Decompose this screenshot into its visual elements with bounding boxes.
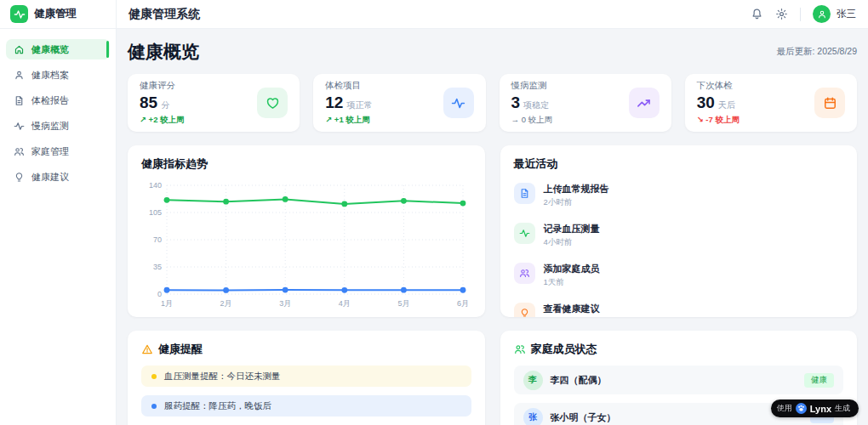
svg-text:4月: 4月 [339,299,351,308]
sidebar-item-label: 体检报告 [31,94,69,107]
stat-card-checkup-items[interactable]: 体检项目 12项正常 ↗ +1 较上周 [313,74,485,132]
reminder-item-medication[interactable]: 服药提醒：降压药，晚饭后 [141,395,471,416]
sidebar-item-advice[interactable]: 健康建议 [6,167,110,187]
app-title: 健康管理系统 [128,7,200,22]
people-icon [14,146,25,157]
topbar-actions: 张三 [751,5,856,23]
stat-unit: 分 [161,99,169,111]
lynx-logo-icon [796,403,807,414]
family-title: 家庭成员状态 [531,342,597,357]
stat-trend: → 0 较上周 [511,115,553,126]
document-icon [14,95,25,106]
pulse-icon [14,121,25,132]
brand-name: 健康管理 [34,7,77,21]
sidebar-item-label: 家庭管理 [31,145,69,158]
topbar-divider [800,8,801,21]
stat-trend: ↗ +2 较上周 [140,115,185,126]
activity-list: 上传血常规报告2小时前 记录血压测量4小时前 添加家庭成员1天前 查看 [514,183,844,317]
avatar [813,5,831,23]
chart-title: 健康指标趋势 [141,156,471,172]
sidebar-item-label: 健康概览 [31,43,69,56]
bulb-icon [514,303,535,317]
sidebar: 健康管理 健康概览 健康档案 体检报告 慢病监测 家庭管理 [0,0,117,425]
document-icon [514,183,535,204]
stat-value: 12 [325,94,343,112]
family-member-row[interactable]: 李 李四（配偶） 健康 [514,366,844,394]
stat-unit: 天后 [718,99,735,111]
svg-text:6月: 6月 [457,299,469,308]
page-title: 健康概览 [128,40,199,64]
gear-icon[interactable] [775,8,788,20]
activity-item[interactable]: 添加家庭成员1天前 [514,263,844,288]
stat-cards: 健康评分 85分 ↗ +2 较上周 体检项目 12项正常 ↗ +1 较上周 [128,74,857,132]
trend-down-arrow: ↘ [697,115,704,124]
svg-text:0: 0 [157,290,162,298]
activity-title: 上传血常规报告 [544,183,609,196]
stat-card-health-score[interactable]: 健康评分 85分 ↗ +2 较上周 [128,74,300,132]
activity-title: 查看健康建议 [544,303,600,315]
health-trend-chart[interactable]: 035701051401月2月3月4月5月6月 [141,177,470,313]
user-menu[interactable]: 张三 [813,5,856,23]
stat-value: 85 [140,94,157,112]
health-reminders-panel: 健康提醒 血压测量提醒：今日还未测量 服药提醒：降压药，晚饭后 运动目标：今日已… [128,331,485,425]
member-name: 李四（配偶） [551,374,607,387]
trend-flat-arrow: → [511,115,520,124]
sidebar-item-overview[interactable]: 健康概览 [6,39,110,60]
reminder-text: 血压测量提醒：今日还未测量 [164,371,281,382]
stat-label: 下次体检 [697,80,740,92]
pulse-icon [514,223,535,244]
trend-up-arrow: ↗ [140,115,146,124]
stat-card-next-checkup[interactable]: 下次体检 30天后 ↘ -7 较上周 [685,74,857,132]
member-avatar: 李 [523,371,543,390]
bell-icon[interactable] [751,8,763,20]
stat-label: 体检项目 [325,80,372,92]
stat-trend: ↗ +1 较上周 [325,115,372,126]
sidebar-item-reports[interactable]: 体检报告 [6,90,110,110]
svg-text:2月: 2月 [220,299,232,308]
svg-text:1月: 1月 [161,299,173,308]
status-dot [151,374,157,379]
lynx-prefix: 使用 [777,403,792,414]
status-badge: 健康 [804,373,834,388]
brand-pulse-icon [10,5,28,23]
stat-unit: 项正常 [346,99,372,111]
sidebar-item-family[interactable]: 家庭管理 [6,141,110,162]
activity-time: 2小时前 [544,197,609,208]
bottom-row: 健康提醒 血压测量提醒：今日还未测量 服药提醒：降压药，晚饭后 运动目标：今日已… [128,331,857,425]
sidebar-item-records[interactable]: 健康档案 [6,65,110,85]
reminders-title: 健康提醒 [158,342,203,357]
activity-time: 4小时前 [544,237,600,248]
member-avatar: 张 [523,408,543,425]
main-area: 健康管理系统 张三 健康概览 最后更新: 2025/8/29 健 [117,0,868,425]
page-head: 健康概览 最后更新: 2025/8/29 [128,40,857,64]
stat-trend: ↘ -7 较上周 [697,115,740,126]
activity-item[interactable]: 查看健康建议2天前 [514,303,844,317]
heart-icon [257,88,288,118]
sidebar-item-chronic[interactable]: 慢病监测 [6,116,110,136]
stat-card-chronic[interactable]: 慢病监测 3项稳定 → 0 较上周 [500,74,671,132]
brand: 健康管理 [0,0,116,29]
sidebar-item-label: 健康建议 [31,171,69,184]
warning-icon [141,343,153,355]
status-dot [151,404,157,409]
svg-text:35: 35 [153,263,162,271]
content: 健康概览 最后更新: 2025/8/29 健康评分 85分 ↗ +2 较上周 体… [117,29,868,425]
trend-up-arrow: ↗ [325,115,332,124]
svg-text:3月: 3月 [279,299,291,308]
svg-text:140: 140 [149,181,162,190]
lynx-generated-badge[interactable]: 使用 Lynx 生成 [771,400,859,417]
activity-title: 记录血压测量 [544,223,600,235]
activity-item[interactable]: 记录血压测量4小时前 [514,223,844,248]
activity-item[interactable]: 上传血常规报告2小时前 [514,183,844,208]
svg-text:70: 70 [153,235,162,244]
calendar-icon [814,88,845,118]
last-updated: 最后更新: 2025/8/29 [776,46,857,58]
activity-title: 添加家庭成员 [544,263,600,275]
activity-time: 1天前 [544,277,600,288]
stat-label: 慢病监测 [511,80,553,92]
person-icon [14,70,25,81]
sidebar-item-label: 健康档案 [31,69,69,82]
reminder-item-bp[interactable]: 血压测量提醒：今日还未测量 [141,366,471,387]
lynx-brand: Lynx [810,404,831,414]
svg-text:5月: 5月 [397,299,409,308]
